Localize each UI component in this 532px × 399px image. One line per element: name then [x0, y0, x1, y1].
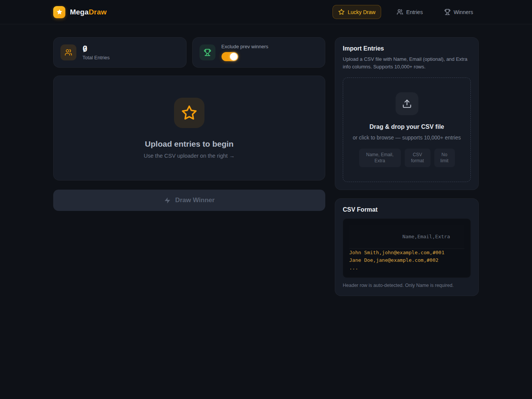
- toggle-knob: [230, 53, 238, 60]
- csv-format-footnote: Header row is auto-detected. Only Name i…: [343, 283, 471, 288]
- total-entries-value: 0: [82, 44, 87, 54]
- users-icon: [397, 9, 403, 15]
- import-entries-panel: Import Entries Upload a CSV file with Na…: [335, 37, 479, 190]
- stage-subtitle: Use the CSV uploader on the right →: [144, 153, 234, 159]
- import-entries-title: Import Entries: [343, 45, 471, 52]
- stage-title: Upload entries to begin: [145, 139, 233, 149]
- code-line: Jane Doe,jane@example.com,#002: [349, 256, 464, 264]
- nav-item-winners[interactable]: Winners: [439, 5, 479, 19]
- brand: MegaDraw: [53, 6, 107, 18]
- chip-columns: Name, Email, Extra: [359, 149, 401, 168]
- chip-row: Name, Email, Extra CSV format No limit: [359, 149, 455, 168]
- csv-dropzone[interactable]: Drag & drop your CSV file or click to br…: [343, 78, 471, 182]
- stat-card-total-entries: 0 Total Entries: [53, 37, 187, 68]
- star-icon: [174, 98, 204, 128]
- stat-text: 0 Total Entries: [82, 44, 110, 60]
- code-line: Name,Email,Extra: [349, 225, 464, 249]
- upload-icon: [396, 92, 418, 115]
- toggle-group: Exclude prev winners: [222, 44, 269, 61]
- import-entries-description: Upload a CSV file with Name, Email (opti…: [343, 55, 471, 71]
- stat-row: 0 Total Entries Exclude prev winners: [53, 37, 325, 68]
- stage-card: Upload entries to begin Use the CSV uplo…: [53, 76, 325, 180]
- zap-icon: [164, 197, 171, 204]
- nav-label: Winners: [454, 9, 473, 15]
- trophy-icon: [444, 9, 451, 15]
- star-icon: [56, 9, 63, 15]
- nav-item-entries[interactable]: Entries: [391, 5, 429, 19]
- exclude-winners-label: Exclude prev winners: [222, 44, 269, 49]
- exclude-winners-toggle[interactable]: [222, 52, 238, 61]
- main-content: 0 Total Entries Exclude prev winners: [0, 24, 532, 296]
- brand-title: MegaDraw: [70, 8, 107, 16]
- dropzone-title: Drag & drop your CSV file: [369, 124, 444, 130]
- users-icon: [60, 44, 76, 60]
- draw-winner-label: Draw Winner: [175, 196, 215, 204]
- csv-format-panel: CSV Format Name,Email,Extra John Smith,j…: [335, 198, 479, 296]
- star-icon: [338, 9, 345, 15]
- nav-item-lucky-draw[interactable]: Lucky Draw: [332, 5, 381, 19]
- trophy-icon: [200, 44, 215, 60]
- nav-label: Lucky Draw: [348, 9, 375, 15]
- stat-card-exclude-winners: Exclude prev winners: [192, 37, 326, 68]
- code-line: ...: [349, 264, 464, 272]
- dropzone-subtitle: or click to browse — supports 10,000+ en…: [353, 134, 461, 141]
- draw-winner-button[interactable]: Draw Winner: [53, 190, 325, 211]
- brand-logo: [53, 6, 65, 18]
- chip-csv-format: CSV format: [405, 149, 431, 168]
- total-entries-label: Total Entries: [82, 55, 110, 60]
- csv-code-block: Name,Email,Extra John Smith,john@example…: [343, 218, 471, 277]
- left-column: 0 Total Entries Exclude prev winners: [53, 37, 325, 296]
- csv-format-title: CSV Format: [343, 206, 471, 213]
- app-header: MegaDraw Lucky Draw Entries: [0, 0, 532, 24]
- right-column: Import Entries Upload a CSV file with Na…: [335, 37, 479, 296]
- nav-label: Entries: [406, 9, 423, 15]
- code-line: John Smith,john@example.com,#001: [349, 249, 464, 256]
- brand-title-second: Draw: [89, 8, 106, 16]
- chip-no-limit: No limit: [434, 149, 455, 168]
- brand-title-first: Mega: [70, 8, 89, 16]
- main-nav: Lucky Draw Entries Winners: [332, 5, 479, 19]
